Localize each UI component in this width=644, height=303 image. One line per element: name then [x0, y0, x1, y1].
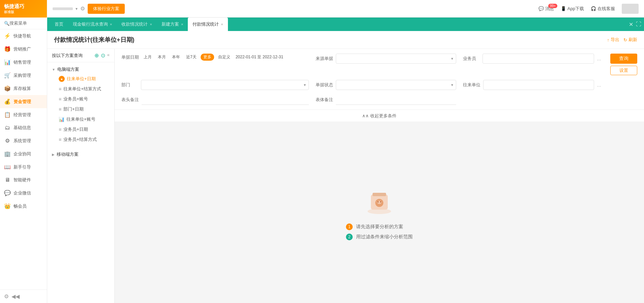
sidebar-item-inventory[interactable]: 📦 库存核算 [0, 82, 47, 95]
sidebar-item-purchase[interactable]: 🛒 采购管理 [0, 69, 47, 82]
scheme-item-unit-account[interactable]: 📊 往来单位+账号 [52, 114, 110, 124]
tab-new-scheme-label: 新建方案 [162, 21, 179, 27]
salesman-select[interactable] [482, 54, 594, 64]
main-area: ▾ ⚙ 体验行业方案 💬 消息 99+ 📱 App下载 🎧 在线客服 首页 [47, 0, 644, 303]
sidebar-item-label: 畅会员 [13, 203, 27, 209]
tab-bank-flow-close[interactable]: × [110, 22, 112, 26]
partner-select[interactable] [483, 80, 594, 90]
tab-home[interactable]: 首页 [50, 18, 68, 31]
sidebar-footer: ⚙ ◀◀ [0, 290, 47, 303]
app-download-btn[interactable]: 📱 App下载 [561, 6, 584, 12]
sidebar-item-sales[interactable]: 📊 销售管理 [0, 56, 47, 69]
operations-icon: 📋 [4, 112, 11, 118]
settings-icon[interactable]: ⚙ [80, 5, 85, 12]
scheme-item-unit-settle[interactable]: ≡ 往来单位+结算方式 [52, 84, 110, 94]
collapse-btn[interactable]: ∧∧ 收起更多条件 [362, 113, 397, 119]
tab-payment-stats-close[interactable]: × [221, 22, 223, 26]
content-area: 按以下方案查询 ⊕ ⊙ « ▼ 电脑端方案 ● 往来单位+日期 [47, 49, 644, 303]
scheme-table-icon: ≡ [59, 107, 61, 112]
page-title: 付款情况统计(往来单位+日期) [54, 36, 135, 44]
sidebar-item-hardware[interactable]: 🖥 智能硬件 [0, 174, 47, 186]
collapse-scheme-icon[interactable]: « [107, 52, 110, 59]
svg-point-5 [380, 201, 381, 203]
sidebar-item-operations[interactable]: 📋 经营管理 [0, 108, 47, 121]
search-label: 搜索菜单 [9, 20, 27, 26]
scheme-item-dept-date[interactable]: ≡ 部门+日期 [52, 104, 110, 114]
tab-receipt-stats-close[interactable]: × [150, 22, 152, 26]
tab-expand-icon[interactable]: ⛶ [636, 21, 641, 27]
avatar[interactable] [622, 4, 639, 14]
add-scheme-icon[interactable]: ⊕ [94, 52, 99, 59]
date-field: 单据日期 上月 本月 本年 近7天 更多 自定义 2022-01-01 至 20… [121, 54, 309, 61]
partner-label: 往来单位 [463, 82, 480, 88]
refresh-btn[interactable]: ↻ 刷新 [623, 37, 637, 43]
doc-status-chevron-icon: ▾ [451, 83, 453, 87]
tab-bank-flow[interactable]: 现金银行流水查询 × [68, 18, 117, 31]
date-last-month[interactable]: 上月 [142, 54, 154, 61]
page-header-actions: ↑ 导出 ↻ 刷新 [607, 37, 638, 43]
date-this-year[interactable]: 本年 [170, 54, 182, 61]
collapse-sidebar-icon[interactable]: ◀◀ [11, 293, 20, 300]
sidebar-item-finance[interactable]: 💰 资金管理 [0, 95, 47, 108]
sidebar-item-enterprise[interactable]: 🏢 企业协同 [0, 147, 47, 160]
salesman-ellipsis[interactable]: … [597, 56, 604, 61]
source-select[interactable]: ▾ [336, 54, 456, 64]
dept-select[interactable]: ▾ [141, 80, 309, 90]
body-note-input[interactable] [336, 95, 456, 105]
date-last-7[interactable]: 近7天 [184, 54, 199, 61]
sidebar-item-marketing[interactable]: 🎁 营销推广 [0, 42, 47, 56]
sidebar-search[interactable]: 🔍 搜索菜单 [0, 18, 47, 29]
trial-btn[interactable]: 体验行业方案 [88, 4, 125, 14]
sidebar-item-guide[interactable]: 📖 新手引导 [0, 160, 47, 174]
sidebar-item-label: 企业协同 [13, 151, 31, 157]
sidebar-item-system[interactable]: ⚙ 系统管理 [0, 134, 47, 147]
active-dot-icon: ● [59, 76, 65, 82]
tab-payment-stats[interactable]: 付款情况统计 × [188, 18, 228, 31]
date-custom[interactable]: 自定义 [216, 54, 232, 61]
date-more[interactable]: 更多 [201, 54, 214, 61]
sidebar-item-label: 新手引导 [13, 164, 31, 170]
settings-button[interactable]: 设置 [610, 66, 637, 75]
scheme-item-salesman-settle[interactable]: ≡ 业务员+结算方式 [52, 134, 110, 145]
scheme-item-unit-date[interactable]: ● 往来单位+日期 [52, 74, 110, 84]
scheme-table-icon: ≡ [59, 96, 61, 102]
sidebar-item-label: 基础信息 [13, 125, 31, 131]
export-btn[interactable]: ↑ 导出 [607, 37, 620, 43]
message-btn[interactable]: 💬 消息 99+ [538, 6, 554, 12]
tab-new-scheme[interactable]: 新建方案 × [157, 18, 188, 31]
search-icon: 🔍 [4, 21, 9, 26]
date-this-month[interactable]: 本月 [156, 54, 168, 61]
sidebar-item-quick-nav[interactable]: ⚡ 快捷导航 [0, 29, 47, 42]
online-service-btn[interactable]: 🎧 在线客服 [591, 6, 615, 12]
tab-new-scheme-close[interactable]: × [181, 22, 183, 26]
head-note-input[interactable] [142, 95, 309, 105]
sales-icon: 📊 [4, 59, 11, 65]
tab-close-all-icon[interactable]: ✕ [629, 21, 633, 28]
desktop-group-toggle[interactable]: ▼ 电脑端方案 [52, 65, 110, 74]
body-note-field: 表体备注 [316, 95, 456, 105]
query-button[interactable]: 查询 [610, 54, 637, 64]
sidebar-item-wechat[interactable]: 💬 企业微信 [0, 186, 47, 200]
scheme-item-label: 往来单位+结算方式 [63, 86, 101, 92]
scheme-panel-label: 按以下方案查询 [52, 53, 83, 59]
tab-home-label: 首页 [55, 21, 63, 27]
user-chevron-icon[interactable]: ▾ [76, 6, 78, 11]
sidebar-item-label: 经营管理 [13, 112, 31, 118]
tab-receipt-stats[interactable]: 收款情况统计 × [117, 18, 156, 31]
collapse-bar[interactable]: ∧∧ 收起更多条件 [115, 110, 644, 122]
sidebar-item-basic[interactable]: 🗂 基础信息 [0, 121, 47, 134]
doc-status-select[interactable]: ▾ [336, 80, 456, 90]
scheme-item-salesman-date[interactable]: ≡ 业务员+日期 [52, 124, 110, 134]
message-badge: 99+ [548, 4, 557, 8]
partner-ellipsis[interactable]: … [597, 83, 604, 88]
settings-scheme-icon[interactable]: ⊙ [101, 52, 105, 59]
tip-num-1: 1 [346, 223, 353, 230]
scheme-chart-icon: 📊 [59, 117, 64, 122]
mobile-group-toggle[interactable]: ▶ 移动端方案 [52, 150, 110, 159]
sidebar-item-member[interactable]: 👑 畅会员 [0, 200, 47, 213]
salesman-label: 业务员 [463, 56, 480, 62]
scheme-item-salesman-account[interactable]: ≡ 业务员+账号 [52, 94, 110, 104]
sidebar-item-label: 智能硬件 [13, 177, 31, 183]
source-label: 来源单据 [316, 56, 333, 62]
settings-footer-icon[interactable]: ⚙ [4, 293, 9, 300]
